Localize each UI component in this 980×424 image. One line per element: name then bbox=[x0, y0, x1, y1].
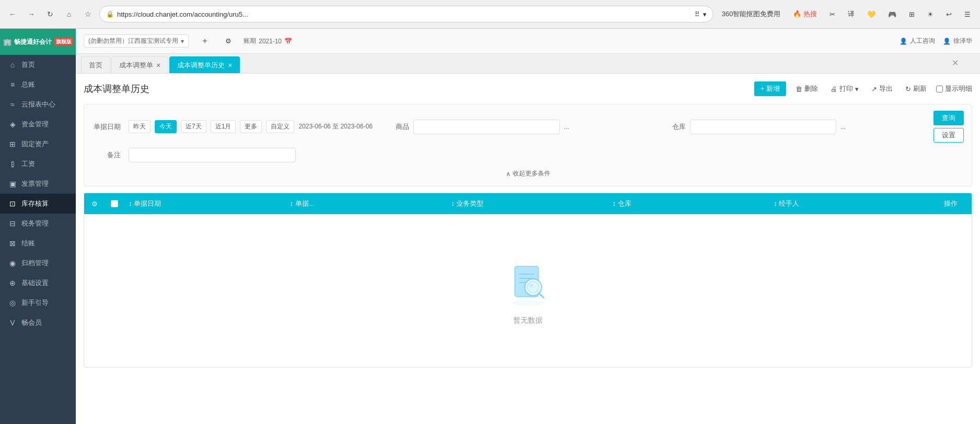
back-button[interactable]: ← bbox=[5, 7, 20, 21]
warehouse-input[interactable] bbox=[690, 120, 836, 134]
page-content: 成本调整单历史 + 新增 🗑 删除 🖨 打印 ▾ ↗ bbox=[76, 74, 980, 424]
nav-icon-3: ◈ bbox=[8, 120, 17, 128]
tab-home[interactable]: 首页 bbox=[81, 56, 110, 73]
product-filter: 商品 ... bbox=[381, 120, 569, 134]
brightness-btn[interactable]: ☀ bbox=[923, 8, 938, 20]
address-bar[interactable]: 🔒 https://cloud.chanjet.com/accounting/u… bbox=[99, 6, 713, 22]
date-btn-7days[interactable]: 近7天 bbox=[181, 120, 206, 133]
page-actions: + 新增 🗑 删除 🖨 打印 ▾ ↗ 导出 bbox=[754, 81, 972, 96]
sidebar-item-13[interactable]: V畅会员 bbox=[0, 313, 76, 333]
remark-label: 备注 bbox=[92, 150, 121, 160]
scissors-btn[interactable]: ✂ bbox=[825, 8, 839, 20]
content-area: (勿删勿禁用）江西服宝测试专用 ▾ ＋ ⚙ 账期 2021-10 📅 👤 人工咨… bbox=[76, 29, 980, 424]
user-icon: 👤 bbox=[943, 38, 951, 45]
th-date[interactable]: ↕ 单据日期 bbox=[123, 199, 285, 208]
sidebar-item-9[interactable]: ⊠结账 bbox=[0, 233, 76, 253]
tab-cost-adjust[interactable]: 成本调整单 × bbox=[111, 56, 168, 73]
browser-right-icons: 360智能抠图免费用 🔥 热搜 ✂ 译 💛 🎮 ⊞ ☀ ↩ ☰ bbox=[718, 7, 975, 21]
date-btn-1month[interactable]: 近1月 bbox=[211, 120, 236, 133]
th-settings[interactable]: ⚙ bbox=[84, 200, 105, 208]
hot-label[interactable]: 🔥 热搜 bbox=[789, 7, 821, 21]
nav-label-10: 归档管理 bbox=[21, 258, 49, 268]
sidebar-item-11[interactable]: ⊕基础设置 bbox=[0, 273, 76, 293]
sidebar-item-7[interactable]: ⊡库存核算 bbox=[0, 194, 76, 214]
sidebar-item-12[interactable]: ◎新手引导 bbox=[0, 293, 76, 313]
grid-btn[interactable]: ⊞ bbox=[905, 8, 919, 20]
svg-line-8 bbox=[539, 293, 544, 298]
nav-icon-8: ⊟ bbox=[8, 219, 17, 228]
tab-cost-adjust-history-close[interactable]: × bbox=[228, 62, 232, 69]
date-btn-today[interactable]: 今天 bbox=[155, 120, 177, 133]
product-more-btn[interactable]: ... bbox=[564, 123, 569, 131]
wallet-btn[interactable]: 💛 bbox=[863, 8, 880, 20]
nav-label-3: 资金管理 bbox=[21, 120, 49, 129]
th-biztype[interactable]: ↕ 业务类型 bbox=[446, 199, 607, 208]
settings-gear-btn[interactable]: ⚙ bbox=[221, 35, 236, 47]
date-filters: 昨天 今天 近7天 近1月 更多 自定义 2023-06-06 至 2023-0… bbox=[129, 120, 373, 133]
sidebar-item-3[interactable]: ◈资金管理 bbox=[0, 114, 76, 134]
query-button[interactable]: 查询 bbox=[933, 111, 964, 125]
bookmark-button[interactable]: ☆ bbox=[80, 7, 95, 21]
right-close-btn[interactable]: ✕ bbox=[949, 56, 962, 69]
search-label[interactable]: 360智能抠图免费用 bbox=[718, 7, 785, 21]
translate-btn[interactable]: 译 bbox=[844, 7, 859, 21]
nav-label-0: 首页 bbox=[21, 60, 35, 69]
nav-icon-1: ≡ bbox=[8, 80, 17, 89]
date-filter-label: 单据日期 bbox=[92, 122, 121, 132]
print-label: 打印 bbox=[839, 84, 853, 93]
date-btn-yesterday[interactable]: 昨天 bbox=[129, 120, 151, 133]
product-input[interactable] bbox=[413, 120, 560, 134]
date-btn-custom[interactable]: 自定义 bbox=[266, 120, 294, 133]
home-button[interactable]: ⌂ bbox=[62, 7, 76, 21]
tab-cost-adjust-history[interactable]: 成本调整单历史 × bbox=[169, 56, 240, 73]
collapse-button[interactable]: ∧ 收起更多条件 bbox=[502, 168, 555, 180]
forward-button[interactable]: → bbox=[24, 7, 39, 21]
nav-label-9: 结账 bbox=[21, 239, 35, 248]
show-cols-checkbox[interactable] bbox=[936, 86, 943, 92]
menu-btn[interactable]: ☰ bbox=[960, 8, 975, 20]
select-all-checkbox[interactable] bbox=[111, 200, 118, 207]
settings-button[interactable]: 设置 bbox=[933, 128, 964, 143]
refresh-browser-button[interactable]: ↻ bbox=[43, 7, 57, 21]
refresh-button[interactable]: ↻ 刷新 bbox=[902, 82, 930, 96]
th-checkbox-all[interactable] bbox=[105, 200, 123, 207]
undo-btn[interactable]: ↩ bbox=[942, 8, 956, 20]
refresh-icon: ↻ bbox=[905, 85, 911, 93]
service-btn[interactable]: 👤 人工咨询 bbox=[900, 37, 935, 45]
th-handler[interactable]: ↕ 经手人 bbox=[768, 199, 930, 208]
svg-point-0 bbox=[512, 300, 544, 305]
nav-label-1: 总账 bbox=[21, 80, 35, 89]
sidebar-item-5[interactable]: ₿工资 bbox=[0, 154, 76, 174]
user-avatar[interactable]: 👤 徐泽华 bbox=[943, 37, 972, 45]
sidebar-item-6[interactable]: ▣发票管理 bbox=[0, 174, 76, 194]
query-settings-btns: 查询 设置 bbox=[933, 111, 964, 143]
sidebar-item-2[interactable]: ≈云报表中心 bbox=[0, 95, 76, 114]
svg-point-9 bbox=[530, 284, 533, 287]
sidebar-item-10[interactable]: ◉归档管理 bbox=[0, 253, 76, 273]
export-button[interactable]: ↗ 导出 bbox=[868, 82, 896, 96]
th-warehouse-label: ↕ 仓库 bbox=[613, 199, 631, 208]
company-selector[interactable]: (勿删勿禁用）江西服宝测试专用 ▾ bbox=[84, 34, 189, 48]
date-btn-more[interactable]: 更多 bbox=[240, 120, 262, 133]
sidebar-item-1[interactable]: ≡总账 bbox=[0, 75, 76, 95]
period-label: 账期 bbox=[244, 37, 256, 45]
print-button[interactable]: 🖨 打印 ▾ bbox=[827, 82, 862, 96]
sidebar-item-4[interactable]: ⊞固定资产 bbox=[0, 134, 76, 154]
nav-label-2: 云报表中心 bbox=[21, 100, 55, 109]
remark-input[interactable] bbox=[129, 148, 296, 162]
game-btn[interactable]: 🎮 bbox=[884, 8, 901, 20]
nav-label-8: 税务管理 bbox=[21, 219, 49, 228]
delete-button[interactable]: 🗑 删除 bbox=[792, 82, 821, 96]
tab-cost-adjust-close[interactable]: × bbox=[156, 62, 160, 69]
add-company-btn[interactable]: ＋ bbox=[197, 33, 213, 49]
filter-row-2: 备注 bbox=[92, 148, 964, 162]
new-button[interactable]: + 新增 bbox=[754, 81, 786, 96]
sidebar-item-0[interactable]: ⌂首页 bbox=[0, 55, 76, 75]
sidebar-item-8[interactable]: ⊟税务管理 bbox=[0, 214, 76, 233]
calendar-icon: 📅 bbox=[284, 38, 292, 45]
warehouse-more-btn[interactable]: ... bbox=[840, 123, 846, 131]
th-warehouse[interactable]: ↕ 仓库 bbox=[607, 199, 769, 208]
url-text: https://cloud.chanjet.com/accounting/uru… bbox=[117, 10, 691, 18]
th-docno[interactable]: ↕ 单据... bbox=[285, 199, 446, 208]
empty-state: 暂无数据 bbox=[84, 214, 972, 367]
